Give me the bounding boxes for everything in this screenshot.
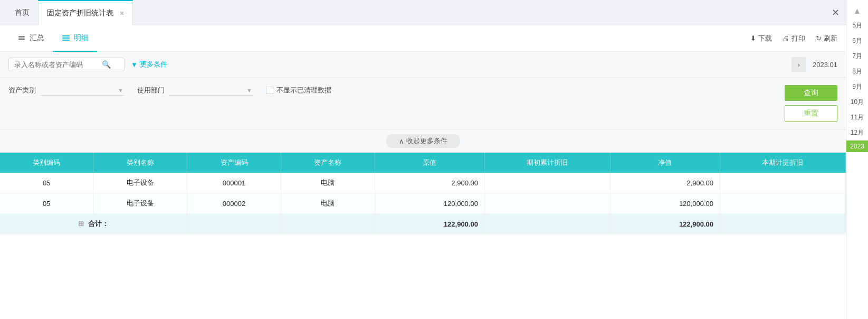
col-header-code: 类别编码 (0, 153, 93, 173)
col-header-accum-dep: 期初累计折旧 (484, 153, 610, 173)
table-wrap: 类别编码 类别名称 资产编码 资产名称 原值 期初累计折旧 净值 本期计提折旧 … (0, 153, 846, 319)
row2-net-value: 120,000.00 (610, 193, 720, 214)
layers-icon (17, 33, 26, 43)
total-current-dep (720, 214, 845, 234)
tab-active[interactable]: 固定资产折旧统计表 × (38, 0, 133, 25)
print-icon: 🖨 (783, 34, 789, 42)
right-sidebar: ▲ 5月 6月 7月 8月 9月 10月 11月 12月 2023 (846, 0, 868, 319)
row2-original: 120,000.00 (375, 193, 484, 214)
use-dept-filter: 使用部门 ▼ (137, 85, 253, 96)
sidebar-month-5[interactable]: 5月 (846, 18, 868, 33)
tab-summary[interactable]: 汇总 (8, 25, 53, 52)
query-button[interactable]: 查询 (785, 85, 837, 101)
refresh-icon: ↻ (816, 34, 822, 42)
row2-current-dep (720, 193, 845, 214)
col-header-asset-name: 资产名称 (281, 153, 375, 173)
row1-net-value: 2,900.00 (610, 173, 720, 193)
date-label: 2023.01 (813, 61, 837, 69)
filter-section: 资产类别 ▼ 使用部门 ▼ (0, 78, 846, 130)
col-header-net-value: 净值 (610, 153, 720, 173)
reset-button[interactable]: 重置 (785, 105, 837, 122)
row1-asset-name: 电脑 (281, 173, 375, 193)
col-header-current-dep: 本期计提折旧 (720, 153, 845, 173)
no-cleared-checkbox[interactable]: 不显示已清理数据 (266, 86, 331, 95)
tab-close-icon[interactable]: × (120, 9, 124, 17)
asset-category-select-wrap: ▼ (40, 85, 125, 96)
svg-rect-0 (18, 36, 25, 37)
svg-rect-5 (62, 40, 70, 41)
row1-accum-dep (484, 173, 610, 193)
checkbox-box[interactable] (266, 87, 273, 94)
sidebar-month-9[interactable]: 9月 (846, 79, 868, 95)
nav-arrow-button[interactable]: › (791, 57, 806, 72)
content-panel: 汇总 明细 ⬇ 下载 🖨 打印 (0, 25, 846, 319)
sidebar-month-7[interactable]: 7月 (846, 49, 868, 64)
filter-icon: ▼ (131, 61, 138, 69)
download-icon: ⬇ (750, 34, 756, 42)
collapse-row: ∧ 收起更多条件 (0, 130, 846, 153)
list-icon (61, 33, 71, 43)
table-row: 05 电子设备 000001 电脑 2,900.00 2,900.00 (0, 173, 846, 193)
use-dept-select-wrap: ▼ (169, 85, 253, 96)
use-dept-label: 使用部门 (137, 86, 165, 95)
tab-bar: 首页 固定资产折旧统计表 × ✕ (0, 0, 846, 25)
collapse-button[interactable]: ∧ 收起更多条件 (386, 134, 460, 148)
sidebar-month-8[interactable]: 8月 (846, 64, 868, 79)
no-cleared-label: 不显示已清理数据 (276, 86, 331, 95)
sidebar-month-11[interactable]: 11月 (846, 110, 868, 125)
total-row: ⊞ 合计： 122,900.00 122,900.00 (0, 214, 846, 234)
row2-asset-name: 电脑 (281, 193, 375, 214)
filter-actions: 查询 重置 (785, 85, 837, 122)
svg-rect-2 (18, 39, 25, 40)
svg-rect-4 (62, 37, 70, 39)
total-icon: ⊞ (78, 220, 84, 228)
table-header-row: 类别编码 类别名称 资产编码 资产名称 原值 期初累计折旧 净值 本期计提折旧 (0, 153, 846, 173)
row2-accum-dep (484, 193, 610, 214)
total-accum-dep (484, 214, 610, 234)
toolbar-right: ⬇ 下载 🖨 打印 ↻ 刷新 (750, 34, 837, 43)
refresh-button[interactable]: ↻ 刷新 (816, 34, 837, 43)
asset-category-select[interactable] (40, 85, 125, 96)
sidebar-scroll-up[interactable]: ▲ (846, 4, 868, 18)
tab-summary-label: 汇总 (30, 33, 44, 43)
print-button[interactable]: 🖨 打印 (783, 34, 805, 43)
search-input[interactable] (14, 61, 99, 69)
sidebar-year[interactable]: 2023 (846, 140, 868, 152)
search-input-wrap: 🔍 (8, 58, 125, 71)
row1-original: 2,900.00 (375, 173, 484, 193)
search-bar: 🔍 ▼ 更多条件 › 2023.01 (0, 52, 846, 78)
total-net-value: 122,900.00 (610, 214, 720, 234)
svg-rect-3 (62, 35, 70, 36)
tab-detail[interactable]: 明细 (53, 25, 97, 52)
use-dept-select[interactable] (169, 85, 253, 96)
col-header-original: 原值 (375, 153, 484, 173)
sub-tab-bar: 汇总 明细 ⬇ 下载 🖨 打印 (0, 25, 846, 52)
row1-asset-code: 000001 (187, 173, 281, 193)
collapse-icon: ∧ (399, 137, 404, 145)
window-close-button[interactable]: ✕ (832, 7, 840, 18)
tab-detail-label: 明细 (74, 33, 89, 43)
col-header-asset-code: 资产编码 (187, 153, 281, 173)
sidebar-month-12[interactable]: 12月 (846, 125, 868, 140)
table-row: 05 电子设备 000002 电脑 120,000.00 120,000.00 (0, 193, 846, 214)
active-tab-label: 固定资产折旧统计表 (47, 8, 113, 18)
row2-asset-code: 000002 (187, 193, 281, 214)
data-table: 类别编码 类别名称 资产编码 资产名称 原值 期初累计折旧 净值 本期计提折旧 … (0, 153, 846, 234)
search-icon: 🔍 (102, 60, 111, 69)
more-conditions-button[interactable]: ▼ 更多条件 (131, 60, 167, 69)
sidebar-month-6[interactable]: 6月 (846, 33, 868, 49)
svg-rect-1 (18, 37, 25, 39)
filter-row: 资产类别 ▼ 使用部门 ▼ (8, 85, 776, 96)
sidebar-month-10[interactable]: 10月 (846, 95, 868, 110)
asset-category-filter: 资产类别 ▼ (8, 85, 125, 96)
row1-code: 05 (0, 173, 93, 193)
asset-category-label: 资产类别 (8, 86, 36, 95)
total-label: ⊞ 合计： (0, 214, 187, 234)
total-original: 122,900.00 (375, 214, 484, 234)
row1-name: 电子设备 (93, 173, 187, 193)
col-header-name: 类别名称 (93, 153, 187, 173)
row2-name: 电子设备 (93, 193, 187, 214)
row2-code: 05 (0, 193, 93, 214)
download-button[interactable]: ⬇ 下载 (750, 34, 772, 43)
tab-home[interactable]: 首页 (6, 0, 38, 25)
